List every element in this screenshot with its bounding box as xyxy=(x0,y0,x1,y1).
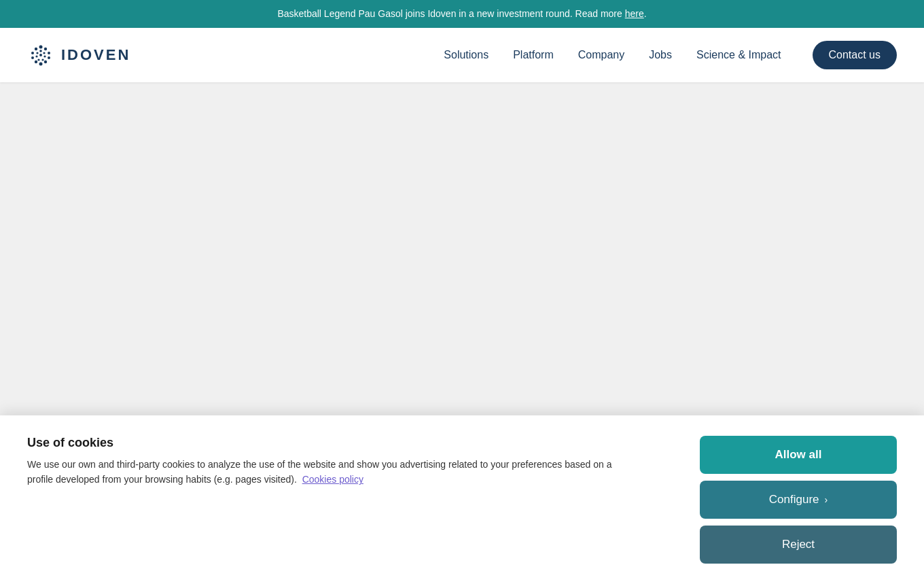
svg-point-8 xyxy=(31,52,34,54)
svg-point-17 xyxy=(39,54,42,56)
cookie-description: We use our own and third-party cookies t… xyxy=(27,457,639,487)
svg-point-16 xyxy=(36,52,38,54)
configure-button[interactable]: Configure › xyxy=(700,481,897,519)
cookie-title: Use of cookies xyxy=(27,436,639,450)
svg-point-9 xyxy=(35,48,37,50)
svg-point-7 xyxy=(31,56,34,59)
contact-us-button[interactable]: Contact us xyxy=(813,41,897,69)
svg-point-12 xyxy=(43,55,46,57)
svg-point-14 xyxy=(37,58,39,61)
announcement-link[interactable]: here xyxy=(625,8,644,19)
svg-point-10 xyxy=(39,50,42,52)
svg-point-15 xyxy=(35,55,37,57)
logo-icon xyxy=(27,41,54,69)
nav-links: Solutions Platform Company Jobs Science … xyxy=(444,41,897,69)
svg-point-2 xyxy=(48,52,50,54)
cookie-buttons: Allow all Configure › Reject xyxy=(700,436,897,564)
svg-point-0 xyxy=(39,46,43,49)
configure-label: Configure xyxy=(769,493,819,506)
allow-all-button[interactable]: Allow all xyxy=(700,436,897,474)
svg-point-5 xyxy=(39,63,43,66)
logo-text: IDOVEN xyxy=(61,46,130,64)
announcement-text: Basketball Legend Pau Gasol joins Idoven… xyxy=(277,8,624,19)
logo-area[interactable]: IDOVEN xyxy=(27,41,130,69)
announcement-bar: Basketball Legend Pau Gasol joins Idoven… xyxy=(0,0,924,28)
svg-point-13 xyxy=(41,58,43,61)
reject-button[interactable]: Reject xyxy=(700,526,897,564)
chevron-right-icon: › xyxy=(825,494,828,505)
cookie-text-area: Use of cookies We use our own and third-… xyxy=(27,436,639,487)
svg-point-6 xyxy=(35,61,37,63)
nav-science-impact[interactable]: Science & Impact xyxy=(696,49,781,61)
svg-point-3 xyxy=(48,56,50,59)
nav-company[interactable]: Company xyxy=(578,49,624,61)
svg-point-1 xyxy=(44,48,47,50)
navbar: IDOVEN Solutions Platform Company Jobs S… xyxy=(0,28,924,82)
main-content xyxy=(0,82,924,449)
cookie-policy-link[interactable]: Cookies policy xyxy=(302,474,363,485)
nav-platform[interactable]: Platform xyxy=(513,49,554,61)
nav-solutions[interactable]: Solutions xyxy=(444,49,488,61)
nav-jobs[interactable]: Jobs xyxy=(649,49,672,61)
svg-point-4 xyxy=(44,61,47,63)
cookie-banner: Use of cookies We use our own and third-… xyxy=(0,415,924,584)
svg-point-11 xyxy=(43,52,45,54)
